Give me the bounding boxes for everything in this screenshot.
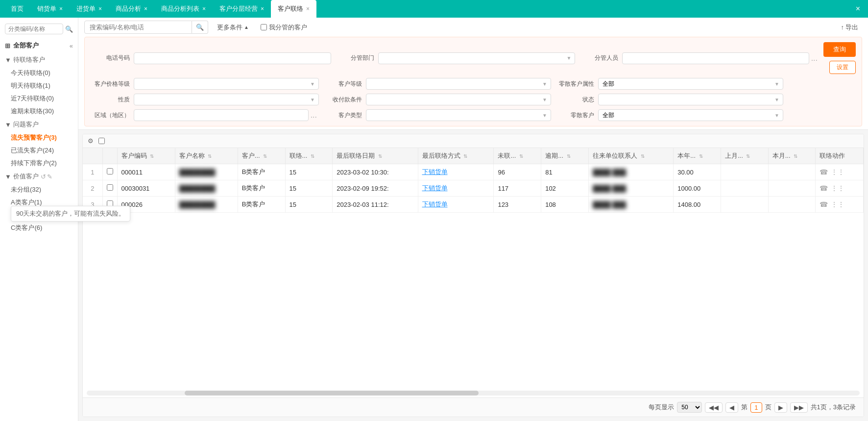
tab-product-analysis-list[interactable]: 商品分析列表 × (154, 0, 213, 18)
filter-phone-input[interactable] (134, 52, 331, 64)
filter-customer-type-select[interactable] (366, 109, 551, 121)
filter-my-customers-checkbox[interactable]: 我分管的客户 (261, 23, 307, 32)
window-close-button[interactable]: × (852, 4, 864, 13)
sidebar-item-declining[interactable]: 持续下滑客户(2) (0, 157, 78, 170)
first-page-button[interactable]: ◀◀ (705, 402, 723, 413)
col-customer-name[interactable]: 客户名称 ⇅ (175, 148, 238, 164)
filter-price-level-select[interactable] (134, 78, 319, 90)
row-last-month-3 (721, 197, 768, 213)
tab-close-purchase[interactable]: × (98, 5, 102, 12)
filter-field-phone: 电话号码 (91, 52, 331, 64)
person-ellipsis[interactable]: ... (809, 54, 820, 63)
action-more-3[interactable]: ⋮⋮ (831, 200, 844, 208)
tab-close-sales[interactable]: × (59, 5, 63, 12)
row-method-link-1[interactable]: 下销货单 (422, 168, 448, 175)
filter-search-button[interactable]: 🔍 (192, 21, 208, 34)
row-method-1[interactable]: 下销货单 (418, 164, 494, 180)
sidebar-search-icon[interactable]: 🔍 (65, 25, 73, 33)
col-last-month[interactable]: 上月... ⇅ (721, 148, 768, 164)
filter-more-conditions-button[interactable]: 更多条件 ▲ (213, 21, 253, 34)
col-customer-type[interactable]: 客户... ⇅ (238, 148, 285, 164)
col-last-contact-date[interactable]: 最后联络日期 ⇅ (333, 148, 418, 164)
sidebar-group-value-customer[interactable]: ▼ 价值客户 ↺ ✎ (0, 170, 78, 183)
collapse-icon[interactable]: « (70, 42, 73, 50)
row-checkbox-2[interactable] (102, 180, 117, 197)
row-select-1[interactable] (107, 168, 113, 174)
action-call-1[interactable]: ☎ (820, 168, 828, 176)
filter-dept-select[interactable] (378, 52, 576, 64)
col-last-contact-method[interactable]: 最后联络方式 ⇅ (418, 148, 494, 164)
filter-nature-select[interactable] (134, 94, 319, 105)
action-call-3[interactable]: ☎ (820, 200, 828, 208)
filter-region-input[interactable] (134, 109, 309, 121)
tab-customer-contact[interactable]: 客户联络 × (271, 0, 316, 18)
col-customer-code[interactable]: 客户编码 ⇅ (117, 148, 175, 164)
prev-page-button[interactable]: ◀ (725, 402, 738, 413)
row-method-3[interactable]: 下销货单 (418, 197, 494, 213)
sidebar-group-problem-customer[interactable]: ▼ 问题客户 (0, 118, 78, 131)
tab-home[interactable]: 首页 (4, 0, 30, 18)
sidebar-item-churn-warning[interactable]: 流失预警客户(3) (0, 131, 78, 144)
query-button[interactable]: 查询 (823, 42, 856, 57)
filter-zero-customer-select[interactable]: 全部 (598, 109, 783, 121)
action-call-2[interactable]: ☎ (820, 184, 828, 192)
row-this-year-2: 1000.00 (674, 180, 721, 197)
horizontal-scrollbar[interactable] (87, 391, 860, 396)
sidebar-item-c-class[interactable]: C类客户(6) (0, 222, 78, 234)
filter-customer-level-select[interactable] (366, 78, 551, 90)
row-person-1: ████ ███. (588, 164, 673, 180)
table-select-all-checkbox[interactable] (98, 138, 105, 144)
grid-icon: ⊞ (5, 42, 10, 50)
row-checkbox-1[interactable] (102, 164, 117, 180)
sidebar-search-input[interactable] (5, 24, 63, 34)
row-method-2[interactable]: 下销货单 (418, 180, 494, 197)
sidebar-all-customers[interactable]: ⊞ 全部客户 « (0, 38, 78, 53)
row-select-2[interactable] (107, 184, 113, 191)
query-settings-col: 查询 设置 (823, 42, 856, 74)
sidebar-item-tomorrow-contact[interactable]: 明天待联络(1) (0, 79, 78, 92)
tab-bar: 首页 销货单 × 进货单 × 商品分析 × 商品分析列表 × 客户分层经营 × … (0, 0, 868, 18)
last-page-button[interactable]: ▶▶ (790, 402, 808, 413)
my-customers-check[interactable] (261, 24, 267, 30)
next-page-button[interactable]: ▶ (774, 402, 787, 413)
tab-purchase-order[interactable]: 进货单 × (70, 0, 109, 18)
value-group-edit[interactable]: ✎ (47, 173, 52, 180)
col-contact-count[interactable]: 联络... ⇅ (285, 148, 333, 164)
tab-close-customer-layer[interactable]: × (261, 5, 264, 12)
filter-zero-attr-select[interactable]: 全部 (598, 78, 783, 90)
row-method-link-2[interactable]: 下销货单 (422, 184, 448, 192)
sidebar-item-today-contact[interactable]: 今天待联络(0) (0, 67, 78, 79)
tab-close-product-list[interactable]: × (202, 5, 206, 12)
col-this-year[interactable]: 本年... ⇅ (674, 148, 721, 164)
col-this-month[interactable]: 本月... ⇅ (768, 148, 816, 164)
tab-sales-order[interactable]: 销货单 × (30, 0, 70, 18)
scroll-thumb[interactable] (185, 391, 479, 396)
filter-status-select[interactable] (598, 94, 783, 105)
region-ellipsis[interactable]: ... (309, 111, 319, 120)
sidebar-item-overdue-contact[interactable]: 逾期未联络(30) (0, 105, 78, 118)
filter-search-input[interactable] (84, 21, 192, 34)
row-method-link-3[interactable]: 下销货单 (422, 200, 448, 208)
tab-close-product-analysis[interactable]: × (144, 5, 147, 12)
tab-product-analysis[interactable]: 商品分析 × (109, 0, 154, 18)
col-uncontacted[interactable]: 未联... ⇅ (494, 148, 541, 164)
sidebar-item-churned[interactable]: 已流失客户(24) (0, 144, 78, 157)
table-scroll-area[interactable]: 客户编码 ⇅ 客户名称 ⇅ 客户... ⇅ (83, 148, 864, 389)
sidebar-item-7day-contact[interactable]: 近7天待联络(0) (0, 92, 78, 105)
tab-customer-layer[interactable]: 客户分层经营 × (213, 0, 271, 18)
col-contact-person[interactable]: 往来单位联系人 ⇅ (588, 148, 673, 164)
filter-payment-select[interactable] (366, 94, 551, 105)
sidebar-item-ungrouped[interactable]: 未分组(32) (0, 183, 78, 196)
sidebar-group-pending-contact[interactable]: ▼ 待联络客户 (0, 53, 78, 67)
value-group-refresh[interactable]: ↺ (41, 173, 46, 180)
table-settings-gear[interactable]: ⚙ (88, 137, 94, 145)
export-button[interactable]: ↑ 导出 (837, 21, 863, 34)
action-more-1[interactable]: ⋮⋮ (831, 168, 844, 176)
col-overdue[interactable]: 逾期... ⇅ (541, 148, 589, 164)
settings-button[interactable]: 设置 (829, 61, 856, 74)
filter-person-input[interactable] (622, 52, 809, 64)
per-page-select[interactable]: 50 100 200 (677, 402, 702, 413)
tab-close-customer-contact[interactable]: × (306, 5, 310, 12)
row-contact-count-2: 15 (285, 180, 333, 197)
action-more-2[interactable]: ⋮⋮ (831, 184, 844, 192)
